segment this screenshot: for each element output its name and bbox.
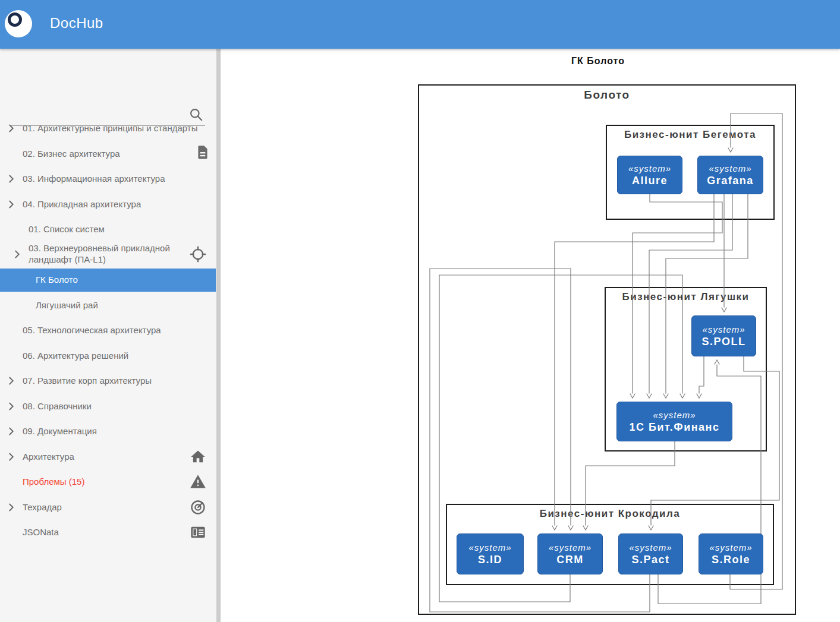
sidebar-item-01-principles[interactable]: 01. Архитектурные принципы и стандарты: [0, 116, 216, 141]
chevron-right-icon[interactable]: [5, 198, 18, 211]
sidebar-item-systems-list[interactable]: 01. Список систем: [0, 217, 216, 242]
sidebar-item-02-business[interactable]: 02. Бизнес архитектура: [0, 141, 216, 166]
chevron-right-icon[interactable]: [5, 425, 18, 438]
system-node-grafana[interactable]: «system» Grafana: [697, 156, 763, 194]
home-icon[interactable]: [190, 449, 206, 465]
sidebar-item-07-development[interactable]: 07. Развитие корп архитектуры: [0, 368, 216, 393]
dochub-logo-icon: [5, 10, 32, 37]
sidebar-item-techradar[interactable]: Техрадар: [0, 495, 216, 520]
sidebar-item-landscape-pa-l1[interactable]: 03. Верхнеуровневый прикладной ландшафт …: [0, 239, 216, 270]
chevron-right-icon[interactable]: [5, 122, 18, 135]
chevron-right-icon[interactable]: [5, 172, 18, 185]
reader-mode-icon[interactable]: [190, 524, 206, 541]
sidebar-item-04-applied[interactable]: 04. Прикладная архитектура: [0, 192, 216, 217]
warning-icon: [190, 473, 206, 490]
sidebar-item-08-references[interactable]: 08. Справочники: [0, 394, 216, 419]
unit-krokodila-label: Бизнес-юнит Крокодила: [447, 508, 773, 520]
sidebar-item-05-technology[interactable]: 05. Технологическая архитектура: [0, 318, 216, 343]
sidebar-scrollbar[interactable]: [216, 49, 221, 622]
chevron-right-icon[interactable]: [5, 400, 18, 413]
app-header: DocHub: [0, 0, 840, 49]
diagram-title: ГК Болото: [535, 56, 661, 67]
sidebar-item-problems[interactable]: Проблемы (15): [0, 469, 216, 494]
sidebar-item-06-solutions[interactable]: 06. Архитектура решений: [0, 343, 216, 368]
sidebar-item-jsonata[interactable]: JSONata: [0, 520, 216, 545]
root-boundary-label: Болото: [419, 89, 795, 102]
sidebar-item-03-information[interactable]: 03. Информационная архитектура: [0, 166, 216, 191]
sidebar-item-frog-paradise[interactable]: Лягушачий рай: [0, 293, 216, 318]
system-node-sid[interactable]: «system» S.ID: [457, 533, 524, 574]
sidebar-item-09-documentation[interactable]: 09. Документация: [0, 419, 216, 444]
app-title: DocHub: [50, 15, 103, 31]
unit-lyagushki-label: Бизнес-юнит Лягушки: [606, 291, 766, 303]
chevron-right-icon[interactable]: [5, 374, 18, 387]
system-node-spact[interactable]: «system» S.Pact: [618, 533, 683, 574]
system-node-1c-bit-finance[interactable]: «system» 1С Бит.Финанс: [616, 402, 732, 441]
system-node-allure[interactable]: «system» Allure: [617, 156, 682, 194]
radar-icon[interactable]: [190, 499, 206, 516]
sidebar: 01. Архитектурные принципы и стандарты 0…: [0, 49, 221, 622]
system-node-crm[interactable]: «system» CRM: [537, 533, 603, 574]
system-node-srole[interactable]: «system» S.Role: [699, 533, 763, 574]
target-locate-icon[interactable]: [190, 246, 206, 263]
system-node-spoll[interactable]: «system» S.POLL: [691, 315, 756, 356]
unit-begemota-label: Бизнес-юнит Бегемота: [607, 129, 773, 141]
chevron-right-icon[interactable]: [11, 248, 24, 261]
sidebar-item-architecture[interactable]: Архитектура: [0, 444, 216, 469]
chevron-right-icon[interactable]: [5, 501, 18, 514]
chevron-right-icon[interactable]: [5, 450, 18, 463]
sidebar-item-gk-boloto[interactable]: ГК Болото: [0, 269, 216, 292]
